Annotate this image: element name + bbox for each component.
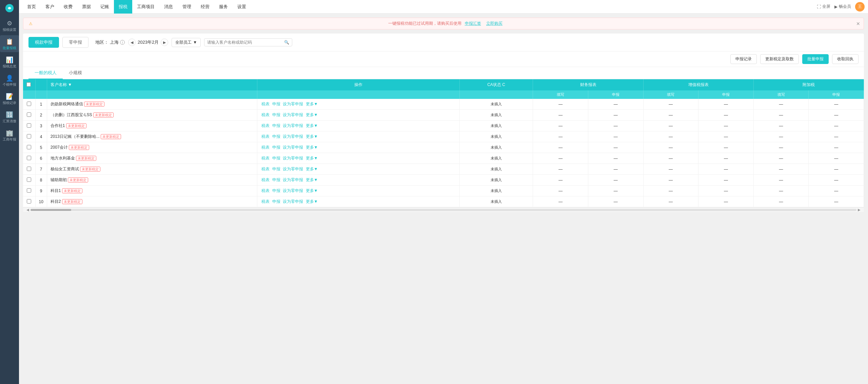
- user-avatar[interactable]: 王: [855, 2, 865, 12]
- banner-link-declare[interactable]: 申报汇签: [465, 21, 481, 26]
- scroll-left-arrow[interactable]: ◀: [25, 208, 31, 212]
- op-btn-2[interactable]: 设为零申报: [283, 134, 303, 139]
- nav-tax[interactable]: 报税: [114, 0, 132, 14]
- sidebar-item-tax-record[interactable]: 📝 报税记录: [0, 90, 19, 107]
- sidebar-item-personal-tax[interactable]: 👤 个税申报: [0, 72, 19, 89]
- select-all-checkbox[interactable]: [26, 82, 31, 87]
- next-month-button[interactable]: ▶: [161, 39, 168, 46]
- op-btn-2[interactable]: 设为零申报: [283, 167, 303, 171]
- op-btn-0[interactable]: 税表: [261, 188, 270, 193]
- op-btn-0[interactable]: 税表: [261, 167, 270, 171]
- declare-record-button[interactable]: 申报记录: [730, 54, 757, 64]
- op-btn-3[interactable]: 更多▼: [306, 145, 318, 150]
- op-btn-1[interactable]: 申报: [272, 167, 280, 171]
- sidebar-item-batch-tax[interactable]: 📋 批量报税: [0, 35, 19, 52]
- op-btn-3[interactable]: 更多▼: [306, 134, 318, 139]
- fullscreen-button[interactable]: ⛶ 全屏: [817, 4, 830, 9]
- row-checkbox[interactable]: [23, 175, 35, 186]
- nav-home[interactable]: 首页: [22, 0, 41, 14]
- op-btn-3[interactable]: 更多▼: [306, 102, 318, 106]
- tab-general-taxpayer[interactable]: 一般的税人: [28, 67, 63, 79]
- staff-selector[interactable]: 全部员工 ▼: [172, 38, 201, 47]
- nav-settings[interactable]: 设置: [233, 0, 251, 14]
- op-btn-1[interactable]: 申报: [272, 177, 280, 182]
- subheader-fin-fill: 填写: [533, 90, 588, 99]
- op-btn-1[interactable]: 申报: [272, 156, 280, 161]
- update-tax-button[interactable]: 更新税定及取数: [760, 54, 799, 64]
- op-btn-3[interactable]: 更多▼: [306, 167, 318, 171]
- row-checkbox[interactable]: [23, 131, 35, 142]
- row-checkbox[interactable]: [23, 121, 35, 131]
- nav-operations[interactable]: 经营: [196, 0, 214, 14]
- op-btn-2[interactable]: 设为零申报: [283, 177, 303, 182]
- op-btn-1[interactable]: 申报: [272, 134, 280, 139]
- op-btn-2[interactable]: 设为零申报: [283, 199, 303, 204]
- horizontal-scrollbar[interactable]: ◀ ▶: [23, 207, 864, 212]
- row-checkbox[interactable]: [23, 186, 35, 196]
- nav-management[interactable]: 管理: [178, 0, 196, 14]
- op-btn-1[interactable]: 申报: [272, 145, 280, 150]
- member-button[interactable]: ▶ 畅会员: [834, 4, 851, 9]
- sidebar-item-business-annual[interactable]: 🏢 工商年报: [0, 127, 19, 144]
- op-btn-2[interactable]: 设为零申报: [283, 102, 303, 106]
- op-btn-3[interactable]: 更多▼: [306, 123, 318, 128]
- op-btn-1[interactable]: 申报: [272, 123, 280, 128]
- nav-accounting[interactable]: 记账: [96, 0, 114, 14]
- search-box: 🔍: [204, 38, 292, 46]
- region-info-icon[interactable]: i: [120, 40, 125, 45]
- row-checkbox[interactable]: [23, 110, 35, 121]
- op-btn-3[interactable]: 更多▼: [306, 177, 318, 182]
- op-btn-3[interactable]: 更多▼: [306, 199, 318, 204]
- op-btn-0[interactable]: 税表: [261, 112, 270, 117]
- scroll-thumb[interactable]: [31, 209, 71, 211]
- nav-message[interactable]: 消息: [159, 0, 178, 14]
- op-btn-0[interactable]: 税表: [261, 199, 270, 204]
- row-checkbox[interactable]: [23, 196, 35, 207]
- tab-zero-declare[interactable]: 零申报: [62, 37, 88, 48]
- op-btn-0[interactable]: 税表: [261, 177, 270, 182]
- op-btn-0[interactable]: 税表: [261, 134, 270, 139]
- nav-business[interactable]: 工商项目: [132, 0, 159, 14]
- op-btn-1[interactable]: 申报: [272, 112, 280, 117]
- row-checkbox[interactable]: [23, 99, 35, 110]
- sidebar-item-tax-overview[interactable]: 📊 报税总览: [0, 54, 19, 70]
- cancel-receipt-button[interactable]: 收取回执: [832, 54, 859, 64]
- sidebar-item-tax-settings[interactable]: ⚙ 报税设置: [0, 17, 19, 34]
- op-btn-0[interactable]: 税表: [261, 102, 270, 106]
- nav-billing[interactable]: 收费: [59, 0, 77, 14]
- op-btn-2[interactable]: 设为零申报: [283, 145, 303, 150]
- search-input[interactable]: [207, 40, 283, 45]
- logo[interactable]: [0, 0, 19, 16]
- op-btn-0[interactable]: 税表: [261, 145, 270, 150]
- op-btn-0[interactable]: 税表: [261, 156, 270, 161]
- tab-tax-declare[interactable]: 税款申报: [28, 37, 59, 48]
- op-btn-3[interactable]: 更多▼: [306, 112, 318, 117]
- sidebar-item-annual-settle[interactable]: 🔢 汇算清缴: [0, 108, 19, 125]
- scroll-right-arrow[interactable]: ▶: [856, 208, 862, 212]
- op-btn-2[interactable]: 设为零申报: [283, 112, 303, 117]
- sort-icon[interactable]: ▼: [68, 82, 72, 87]
- nav-service[interactable]: 服务: [214, 0, 233, 14]
- nav-client[interactable]: 客户: [41, 0, 59, 14]
- row-fin-fill: —: [533, 99, 588, 110]
- op-btn-1[interactable]: 申报: [272, 188, 280, 193]
- row-checkbox[interactable]: [23, 142, 35, 153]
- row-checkbox[interactable]: [23, 164, 35, 175]
- op-btn-0[interactable]: 税表: [261, 123, 270, 128]
- prev-month-button[interactable]: ◀: [128, 39, 136, 46]
- row-add-fill: —: [753, 196, 809, 207]
- batch-declare-button[interactable]: 批量申报: [802, 54, 829, 64]
- banner-close-button[interactable]: ✕: [856, 21, 860, 26]
- row-fin-dec: —: [588, 121, 644, 131]
- op-btn-1[interactable]: 申报: [272, 102, 280, 106]
- tab-small-scale[interactable]: 小规模: [63, 67, 88, 79]
- op-btn-1[interactable]: 申报: [272, 199, 280, 204]
- nav-invoice[interactable]: 票据: [77, 0, 96, 14]
- op-btn-2[interactable]: 设为零申报: [283, 123, 303, 128]
- op-btn-2[interactable]: 设为零申报: [283, 156, 303, 161]
- banner-link-buy[interactable]: 立即购买: [486, 21, 502, 26]
- op-btn-3[interactable]: 更多▼: [306, 188, 318, 193]
- op-btn-3[interactable]: 更多▼: [306, 156, 318, 161]
- row-checkbox[interactable]: [23, 153, 35, 164]
- op-btn-2[interactable]: 设为零申报: [283, 188, 303, 193]
